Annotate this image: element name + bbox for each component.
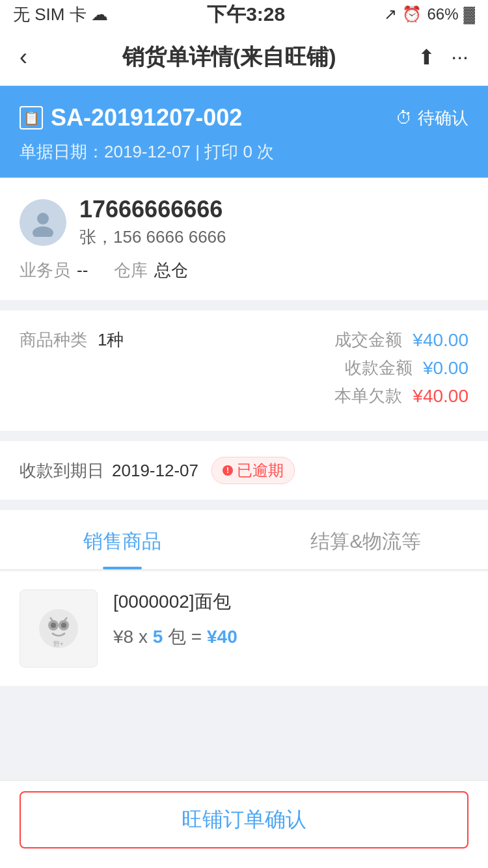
person-icon [29,208,57,237]
customer-phone: 17666666666 [79,196,226,223]
order-status: ⏱ 待确认 [396,107,468,129]
status-bar: 无 SIM 卡 ☁ 下午3:28 ↗ ⏰ 66% ▓ [0,0,488,29]
status-time: 下午3:28 [207,1,285,28]
order-header-row: 📋 SA-20191207-002 ⏱ 待确认 [20,104,468,131]
date-value: 2019-12-07 | 打印 0 次 [104,142,274,161]
summary-amounts: 成交金额 ¥40.00 收款金额 ¥0.00 本单欠款 ¥40.00 [334,329,468,413]
product-name: [0000002]面包 [113,590,468,614]
status-left: 无 SIM 卡 ☁ [13,3,108,26]
received-amount-value: ¥0.00 [423,358,468,379]
product-thumbnail: 野+ [20,590,98,668]
share-button[interactable]: ⬆ [418,45,435,70]
overdue-badge: ! 已逾期 [211,457,295,484]
date-label: 单据日期： [20,142,104,161]
clock-icon: ⏱ [396,108,413,128]
owed-amount-value: ¥40.00 [413,386,468,407]
warehouse-value: 总仓 [154,259,188,282]
due-date-section: 收款到期日 2019-12-07 ! 已逾期 [0,441,488,500]
sales-value: -- [77,260,88,280]
due-date-label: 收款到期日 [20,459,104,482]
tab-sales-goods[interactable]: 销售商品 [0,510,244,569]
multiply-sign: x [139,627,153,647]
location-icon: ↗ [384,5,397,23]
customer-detail-row: 业务员 -- 仓库 总仓 [20,259,468,282]
received-amount-row: 收款金额 ¥0.00 [334,357,468,379]
product-section: 野+ [0000002]面包 ¥8 x 5 包 = ¥40 [0,571,488,686]
product-type-label: 商品种类 [20,329,87,351]
product-info: [0000002]面包 ¥8 x 5 包 = ¥40 [113,590,468,649]
battery-status: 66% [427,5,458,23]
owed-amount-label: 本单欠款 [334,385,402,407]
product-logo-icon: 野+ [36,606,81,651]
svg-text:野+: 野+ [53,640,64,647]
customer-name-phone: 张，156 6666 6666 [79,226,226,249]
svg-point-1 [33,226,53,237]
order-header-card: 📋 SA-20191207-002 ⏱ 待确认 单据日期：2019-12-07 … [0,86,488,178]
product-type-value: 1种 [98,329,124,351]
tabs-section: 销售商品 结算&物流等 [0,510,488,570]
order-date-row: 单据日期：2019-12-07 | 打印 0 次 [20,141,468,163]
product-price-row: ¥8 x 5 包 = ¥40 [113,625,468,649]
more-button[interactable]: ··· [451,45,468,69]
page-title: 销货单详情(来自旺铺) [40,42,418,72]
product-item: 野+ [0000002]面包 ¥8 x 5 包 = ¥40 [20,590,468,668]
svg-point-0 [37,213,49,224]
tab-settlement[interactable]: 结算&物流等 [244,510,488,569]
deal-amount-row: 成交金额 ¥40.00 [334,329,468,351]
customer-info: 17666666666 张，156 6666 6666 [79,196,226,249]
tabs-row: 销售商品 结算&物流等 [0,510,488,570]
status-right: ↗ ⏰ 66% ▓ [384,5,475,23]
summary-left: 商品种类 1种 [20,329,124,357]
content-spacer [0,686,488,764]
warehouse-item: 仓库 总仓 [114,259,188,282]
product-type-row: 商品种类 1种 [20,329,124,351]
alarm-icon: ⏰ [402,5,422,23]
due-date-value: 2019-12-07 [112,461,198,481]
equals-sign: = [191,627,207,647]
nav-actions: ⬆ ··· [418,45,468,70]
svg-point-6 [61,623,66,628]
nav-bar: ‹ 销货单详情(来自旺铺) ⬆ ··· [0,29,488,86]
order-type-icon: 📋 [20,106,43,129]
warehouse-label: 仓库 [114,259,148,282]
battery-icon: ▓ [464,5,476,23]
confirm-order-button[interactable]: 旺铺订单确认 [20,791,468,848]
overdue-dot-icon: ! [223,465,233,476]
product-quantity: 5 [153,627,163,647]
sim-status: 无 SIM 卡 ☁ [13,3,108,26]
product-unit: 包 [168,627,186,647]
sales-item: 业务员 -- [20,259,88,282]
received-amount-label: 收款金额 [345,357,413,379]
bottom-bar: 旺铺订单确认 [0,780,488,868]
order-number: 📋 SA-20191207-002 [20,104,242,131]
deal-amount-label: 成交金额 [334,329,402,351]
product-unit-price: ¥8 [113,627,133,647]
customer-section: 17666666666 张，156 6666 6666 业务员 -- 仓库 总仓 [0,178,488,300]
deal-amount-value: ¥40.00 [413,330,468,351]
summary-section: 商品种类 1种 成交金额 ¥40.00 收款金额 ¥0.00 本单欠款 ¥40.… [0,310,488,431]
avatar [20,199,66,246]
svg-point-5 [51,623,56,628]
product-total: ¥40 [207,627,237,647]
overdue-text: 已逾期 [237,460,284,481]
back-button[interactable]: ‹ [20,37,40,77]
owed-amount-row: 本单欠款 ¥40.00 [334,385,468,407]
sales-label: 业务员 [20,259,70,282]
customer-row: 17666666666 张，156 6666 6666 [20,196,468,249]
